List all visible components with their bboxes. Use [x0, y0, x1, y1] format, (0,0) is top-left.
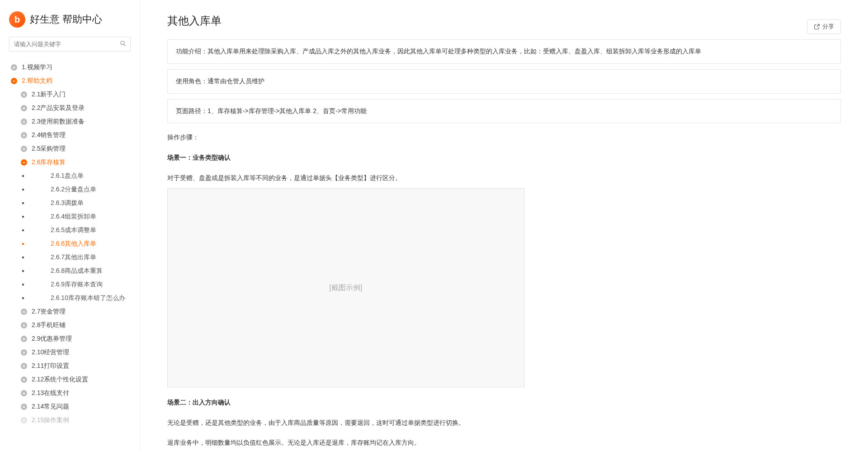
nav-item-28[interactable]: +2.8手机旺铺 — [19, 319, 131, 332]
nav-leaf-263[interactable]: 2.6.3调拨单 — [29, 196, 131, 210]
intro-box: 功能介绍：其他入库单用来处理除采购入库、产成品入库之外的其他入库业务，因此其他入… — [167, 39, 841, 64]
nav-tree: +1.视频学习 −2.帮助文档 +2.1新手入门 +2.2产品安装及登录 +2.… — [9, 61, 131, 427]
nav-item-video[interactable]: +1.视频学习 — [9, 61, 131, 74]
nav-item-25[interactable]: +2.5采购管理 — [19, 142, 131, 156]
nav-item-210[interactable]: +2.10经营管理 — [19, 346, 131, 359]
nav-item-214[interactable]: +2.14常见问题 — [19, 400, 131, 414]
nav-label: 2.14常见问题 — [32, 403, 69, 411]
nav-label: 2.13在线支付 — [32, 389, 69, 397]
path-text: 1、库存核算->库存管理->其他入库单 2、首页->常用功能 — [208, 107, 367, 114]
nav-leaf-2610[interactable]: 2.6.10库存账本错了怎么办 — [29, 291, 131, 305]
nav-leaf-269[interactable]: 2.6.9库存账本查询 — [29, 278, 131, 291]
path-box: 页面路径：1、库存核算->库存管理->其他入库单 2、首页->常用功能 — [167, 99, 841, 124]
nav-label: 2.15操作案例 — [32, 416, 69, 424]
svg-line-1 — [124, 44, 126, 46]
nav-label: 2.3使用前数据准备 — [32, 118, 85, 126]
intro-text: 其他入库单用来处理除采购入库、产成品入库之外的其他入库业务，因此其他入库单可处理… — [208, 48, 701, 55]
main-content: 其他入库单 分享 功能介绍：其他入库单用来处理除采购入库、产成品入库之外的其他入… — [140, 0, 868, 452]
logo-icon: b — [9, 11, 25, 28]
nav-item-27[interactable]: +2.7资金管理 — [19, 305, 131, 319]
nav-leaf-264[interactable]: 2.6.4组装拆卸单 — [29, 210, 131, 224]
nav-label: 2.8手机旺铺 — [32, 321, 66, 329]
nav-label: 2.9优惠券管理 — [32, 335, 72, 343]
nav-leaf-265[interactable]: 2.6.5成本调整单 — [29, 224, 131, 237]
nav-leaf-266[interactable]: 2.6.6其他入库单 — [29, 237, 131, 251]
nav-item-21[interactable]: +2.1新手入门 — [19, 88, 131, 101]
nav-item-26[interactable]: −2.6库存核算 — [19, 156, 131, 169]
nav-item-213[interactable]: +2.13在线支付 — [19, 386, 131, 400]
sidebar: b 好生意 帮助中心 +1.视频学习 −2.帮助文档 +2.1新手入门 +2.2… — [0, 0, 140, 452]
nav-label: 2.6库存核算 — [32, 158, 66, 167]
nav-label: 2.1新手入门 — [32, 90, 66, 99]
nav-label: 2.10经营管理 — [32, 348, 69, 357]
nav-item-22[interactable]: +2.2产品安装及登录 — [19, 101, 131, 115]
nav-label: 2.11打印设置 — [32, 362, 69, 370]
steps-label: 操作步骤： — [167, 131, 841, 143]
nav-item-212[interactable]: +2.12系统个性化设置 — [19, 373, 131, 386]
nav-item-211[interactable]: +2.11打印设置 — [19, 359, 131, 373]
nav-leaf-261[interactable]: 2.6.1盘点单 — [29, 169, 131, 183]
nav-label: 2.5采购管理 — [32, 145, 66, 153]
nav-item-23[interactable]: +2.3使用前数据准备 — [19, 115, 131, 128]
logo-text: 好生意 帮助中心 — [30, 13, 102, 26]
nav-item-helpdoc[interactable]: −2.帮助文档 — [9, 74, 131, 88]
scene2-title: 场景二：出入方向确认 — [167, 399, 231, 406]
nav-item-24[interactable]: +2.4销售管理 — [19, 128, 131, 142]
scene1-text: 对于受赠、盘盈或是拆装入库等不同的业务，是通过单据头【业务类型】进行区分。 — [167, 172, 841, 184]
share-icon — [814, 24, 820, 30]
nav-label: 2.2产品安装及登录 — [32, 104, 85, 112]
search-icon[interactable] — [120, 40, 126, 48]
nav-label: 1.视频学习 — [22, 63, 52, 71]
nav-leaf-267[interactable]: 2.6.7其他出库单 — [29, 251, 131, 264]
page-title: 其他入库单 — [167, 14, 222, 28]
svg-point-0 — [121, 41, 124, 45]
share-label: 分享 — [822, 23, 834, 31]
scene2-text1: 无论是受赠，还是其他类型的业务，由于入库商品质量等原因，需要退回，这时可通过单据… — [167, 417, 841, 429]
nav-leaf-268[interactable]: 2.6.8商品成本重算 — [29, 264, 131, 278]
scene1-title: 场景一：业务类型确认 — [167, 154, 231, 161]
role-box: 使用角色：通常由仓管人员维护 — [167, 69, 841, 94]
nav-label: 2.帮助文档 — [22, 77, 52, 85]
role-text: 通常由仓管人员维护 — [208, 77, 264, 85]
nav-label: 2.4销售管理 — [32, 131, 66, 139]
nav-label: 2.12系统个性化设置 — [32, 376, 88, 384]
share-button[interactable]: 分享 — [807, 19, 841, 34]
nav-item-215[interactable]: +2.15操作案例 — [19, 414, 131, 427]
search-input[interactable] — [9, 37, 131, 52]
path-label: 页面路径： — [176, 107, 208, 114]
role-label: 使用角色： — [176, 77, 208, 85]
search-box — [9, 37, 131, 52]
nav-leaf-262[interactable]: 2.6.2分量盘点单 — [29, 183, 131, 196]
nav-item-29[interactable]: +2.9优惠券管理 — [19, 332, 131, 346]
logo-row: b 好生意 帮助中心 — [9, 11, 131, 28]
scene2-text2: 退库业务中，明细数量均以负值红色展示。无论是入库还是退库，库存账均记在入库方向。 — [167, 437, 841, 449]
nav-label: 2.7资金管理 — [32, 308, 66, 316]
screenshot-image — [167, 188, 524, 387]
intro-label: 功能介绍： — [176, 48, 208, 55]
